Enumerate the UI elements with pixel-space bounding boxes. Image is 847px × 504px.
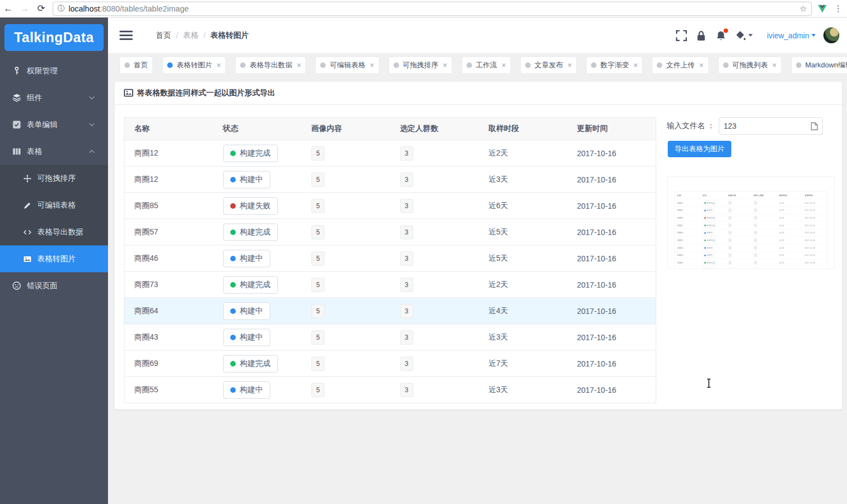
table-row[interactable]: 商圈12构建完成53近2天2017-10-16 <box>124 140 656 166</box>
filename-input[interactable] <box>724 122 806 130</box>
tab-可编辑表格[interactable]: 可编辑表格× <box>315 56 379 74</box>
tab-close-icon[interactable]: × <box>217 61 221 69</box>
chevron-down-icon <box>89 94 95 100</box>
checkbox-icon <box>12 120 21 129</box>
tab-label: 可拖拽排序 <box>403 60 439 70</box>
browser-forward-button[interactable]: → <box>16 3 33 14</box>
cell-name: 商圈57 <box>124 227 213 237</box>
tab-close-icon[interactable]: × <box>567 61 572 69</box>
theme-switch[interactable] <box>735 30 753 41</box>
breadcrumb-item[interactable]: 首页 <box>156 31 171 41</box>
app-logo[interactable]: TalkingData <box>4 24 104 51</box>
portrait-count-tag: 5 <box>311 357 325 371</box>
browser-reload-button[interactable]: ⟳ <box>33 3 49 14</box>
tab-close-icon[interactable]: × <box>633 61 638 69</box>
bookmark-star-icon[interactable]: ☆ <box>800 4 807 14</box>
tab-close-icon[interactable]: × <box>699 61 703 69</box>
tab-文章发布[interactable]: 文章发布× <box>520 56 577 74</box>
status-badge: 构建中 <box>223 381 270 399</box>
page-info-icon[interactable]: ⓘ <box>58 4 65 14</box>
column-header: 取样时段 <box>479 124 567 134</box>
user-menu[interactable]: iview_admin <box>767 31 816 40</box>
tab-数字渐变[interactable]: 数字渐变× <box>586 56 643 74</box>
sidebar-toggle-icon[interactable] <box>120 28 133 42</box>
breadcrumb-item[interactable]: 表格 <box>183 31 198 41</box>
cell-status: 构建完成 <box>213 355 302 373</box>
preview-status-badge: 构建中 <box>703 253 715 258</box>
tab-label: 文件上传 <box>666 60 695 70</box>
tab-close-icon[interactable]: × <box>502 61 506 69</box>
breadcrumb-separator: / <box>203 31 206 40</box>
browser-back-button[interactable]: ← <box>0 3 16 14</box>
table-row[interactable]: 商圈73构建完成53近2天2017-10-16 <box>124 271 656 297</box>
fullscreen-icon[interactable] <box>676 30 687 41</box>
tab-表格导出数据[interactable]: 表格导出数据× <box>235 56 306 74</box>
tab-close-icon[interactable]: × <box>772 61 777 69</box>
cell-crowd: 3 <box>390 173 479 187</box>
cell-status: 构建中 <box>213 329 302 346</box>
sidebar-item-可编辑表格[interactable]: 可编辑表格 <box>0 192 108 219</box>
tab-status-dot <box>467 62 472 68</box>
table-row[interactable]: 商圈69构建完成53近7天2017-10-16 <box>124 350 656 376</box>
table-row[interactable]: 商圈85构建失败53近6天2017-10-16 <box>124 192 656 219</box>
chevron-down-icon <box>748 34 753 37</box>
preview-status-badge: 构建完成 <box>703 223 717 228</box>
sidebar-item-表格[interactable]: 表格 <box>0 138 108 165</box>
status-label: 构建完成 <box>240 359 271 369</box>
tab-status-dot <box>320 62 326 68</box>
table-row[interactable]: 商圈57构建完成53近5天2017-10-16 <box>124 219 656 245</box>
cell-status: 构建失败 <box>213 197 302 215</box>
crowd-count-tag: 3 <box>400 278 413 292</box>
tab-可拖拽列表[interactable]: 可拖拽列表× <box>718 56 782 74</box>
cell-updated: 2017-10-16 <box>567 149 656 158</box>
cell-period: 近3天 <box>479 333 567 342</box>
sidebar-item-可拖拽排序[interactable]: 可拖拽排序 <box>0 165 108 192</box>
sidebar-item-表格转图片[interactable]: 表格转图片 <box>0 245 108 272</box>
tab-工作流[interactable]: 工作流× <box>462 56 511 74</box>
tab-close-icon[interactable]: × <box>297 61 301 69</box>
cell-portrait: 5 <box>302 199 390 213</box>
notifications-bell-icon[interactable] <box>715 30 726 41</box>
tab-close-icon[interactable]: × <box>443 61 447 69</box>
status-dot <box>230 230 236 235</box>
lock-icon[interactable] <box>696 30 707 41</box>
tab-可拖拽排序[interactable]: 可拖拽排序× <box>389 56 452 74</box>
tab-表格转图片[interactable]: 表格转图片× <box>162 56 226 74</box>
status-label: 构建完成 <box>240 227 271 237</box>
table-row[interactable]: 商圈64构建中53近4天2017-10-16 <box>124 297 656 324</box>
avatar[interactable] <box>823 27 839 43</box>
tab-首页[interactable]: 首页 <box>120 56 153 74</box>
crowd-count-tag: 3 <box>400 304 413 318</box>
chevron-up-icon <box>89 150 95 156</box>
status-label: 构建完成 <box>240 148 271 158</box>
cell-period: 近4天 <box>479 306 567 316</box>
sidebar-item-表单编辑[interactable]: 表单编辑 <box>0 111 108 138</box>
notification-badge <box>724 28 728 33</box>
document-icon <box>811 122 818 130</box>
sidebar-item-错误页面[interactable]: 错误页面 <box>0 272 108 299</box>
cell-status: 构建完成 <box>213 145 302 162</box>
cell-crowd: 3 <box>390 251 479 266</box>
cell-status: 构建完成 <box>213 276 302 294</box>
status-dot <box>230 335 236 340</box>
sidebar-item-表格导出数据[interactable]: 表格导出数据 <box>0 219 108 245</box>
table-row[interactable]: 商圈55构建中53近3天2017-10-16 <box>124 376 656 403</box>
table-row[interactable]: 商圈43构建中53近3天2017-10-16 <box>124 324 656 350</box>
browser-menu-icon[interactable]: ⋮ <box>833 3 844 14</box>
tab-label: 表格导出数据 <box>249 60 292 70</box>
browser-url-bar[interactable]: ⓘ localhost :8080/tables/table2image ☆ <box>53 2 812 16</box>
tab-close-icon[interactable]: × <box>370 61 374 69</box>
vue-devtools-icon[interactable] <box>817 4 827 13</box>
table-row[interactable]: 商圈46构建中53近5天2017-10-16 <box>124 245 656 271</box>
table-row[interactable]: 商圈12构建中53近3天2017-10-16 <box>124 166 656 192</box>
tab-Markdown编辑器[interactable]: Markdown编辑器× <box>791 56 847 74</box>
portrait-count-tag: 5 <box>311 225 325 239</box>
tab-文件上传[interactable]: 文件上传× <box>652 56 708 74</box>
portrait-count-tag: 5 <box>311 304 325 318</box>
sidebar-item-label: 权限管理 <box>27 66 58 76</box>
sidebar-item-权限管理[interactable]: 权限管理 <box>0 58 108 84</box>
sidebar-item-组件[interactable]: 组件 <box>0 84 108 111</box>
sidebar-item-label: 错误页面 <box>27 281 58 291</box>
export-table-button[interactable]: 导出表格为图片 <box>668 141 731 157</box>
preview-row: 商圈55构建中53近3天2017-10-16 <box>674 266 827 268</box>
